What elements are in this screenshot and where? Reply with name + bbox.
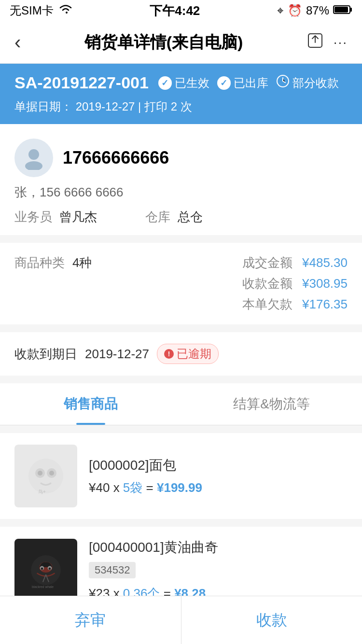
product-name-2: [000400001]黄油曲奇 [89, 538, 348, 557]
tab-sales-label: 销售商品 [64, 396, 118, 411]
product-name-1: [0000002]面包 [89, 456, 348, 475]
print-divider: | [138, 100, 144, 113]
list-item: 鸟+ [0000002]面包 ¥40 x 5袋 = ¥199.99 [0, 433, 362, 519]
svg-point-6 [25, 161, 42, 170]
date-label: 单据日期： [14, 100, 72, 113]
due-label: 收款到期日 [14, 346, 77, 363]
overdue-badge: ! 已逾期 [157, 344, 219, 364]
overdue-text: 已逾期 [177, 346, 211, 362]
price-eq-1: = [146, 480, 157, 495]
summary-right: 成交金额 ¥485.30 收款金额 ¥308.95 本单欠款 ¥176.35 [242, 254, 348, 313]
nav-bar: ‹ 销货单详情(来自电脑) ··· [0, 21, 362, 64]
warehouse-section: 仓库 总仓 [145, 209, 203, 225]
balance-value: ¥176.35 [302, 297, 348, 312]
summary-grid: 商品种类 4种 成交金额 ¥485.30 收款金额 ¥308.95 本单欠款 ¥… [14, 254, 348, 313]
tab-sales-products[interactable]: 销售商品 [0, 383, 181, 425]
status-time: 下午4:42 [150, 2, 200, 19]
order-header: SA-20191227-001 ✓ 已生效 ✓ 已出库 部分收款 [0, 64, 362, 124]
back-button[interactable]: ‹ [14, 31, 21, 53]
product-thumb-2: blackred whale [14, 539, 77, 602]
customer-row: 17666666666 [14, 139, 348, 177]
price-unit-1: ¥40 [89, 480, 110, 495]
type-count: 4种 [72, 254, 92, 271]
svg-point-11 [49, 471, 54, 476]
svg-point-7 [28, 459, 63, 493]
tabs-section: 销售商品 结算&物流等 [0, 383, 362, 425]
clock-icon [276, 74, 290, 91]
wifi-icon [58, 4, 73, 17]
carrier-text: 无SIM卡 [10, 3, 54, 18]
svg-point-19 [49, 567, 51, 570]
share-icon[interactable] [306, 32, 324, 53]
svg-rect-1 [350, 8, 352, 12]
summary-section: 商品种类 4种 成交金额 ¥485.30 收款金额 ¥308.95 本单欠款 ¥… [0, 243, 362, 324]
product-price-row-1: ¥40 x 5袋 = ¥199.99 [89, 479, 348, 496]
warehouse-value: 总仓 [178, 210, 203, 224]
product-sku-2: 534532 [89, 562, 136, 578]
type-label: 商品种类 [14, 254, 65, 271]
due-section: 收款到期日 2019-12-27 ! 已逾期 [0, 332, 362, 376]
due-date: 2019-12-27 [85, 347, 149, 362]
status-shipped-label: 已出库 [234, 75, 268, 91]
status-tags: ✓ 已生效 ✓ 已出库 部分收款 [158, 74, 339, 91]
payment-label: 收款 [256, 610, 287, 631]
order-date-row: 单据日期： 2019-12-27 | 打印 2 次 [14, 99, 348, 114]
nav-right: ··· [306, 32, 348, 53]
received-value: ¥308.95 [302, 276, 348, 291]
overdue-dot-icon: ! [164, 349, 174, 359]
customer-info-row: 业务员 曾凡杰 仓库 总仓 [14, 209, 348, 225]
print-info: 打印 2 次 [144, 100, 192, 113]
status-carrier: 无SIM卡 [10, 3, 73, 18]
discard-button[interactable]: 弃审 [0, 596, 181, 644]
order-id: SA-20191227-001 [14, 73, 149, 92]
summary-left: 商品种类 4种 [14, 254, 92, 271]
amount-value: ¥485.30 [302, 255, 348, 270]
status-effective-label: 已生效 [175, 75, 209, 91]
received-label: 收款金额 [242, 275, 292, 292]
price-total-1: ¥199.99 [157, 480, 202, 495]
customer-section: 17666666666 张，156 6666 6666 业务员 曾凡杰 仓库 总… [0, 124, 362, 235]
check-icon-1: ✓ [158, 76, 172, 90]
sales-label: 业务员 [14, 210, 52, 224]
status-effective: ✓ 已生效 [158, 75, 209, 91]
bottom-bar: 弃审 收款 [0, 596, 362, 644]
price-mult-1: x [113, 480, 123, 495]
sales-person-value: 曾凡杰 [59, 210, 97, 224]
alarm-icon: ⏰ [288, 4, 302, 17]
location-icon: ⌖ [277, 4, 284, 17]
status-bar: 无SIM卡 下午4:42 ⌖ ⏰ 87% [0, 0, 362, 21]
svg-point-10 [38, 471, 42, 476]
tab-settlement[interactable]: 结算&物流等 [181, 383, 362, 425]
sales-section: 业务员 曾凡杰 [14, 209, 97, 225]
price-qty-1: 5袋 [123, 480, 146, 495]
svg-rect-2 [334, 7, 348, 13]
svg-text:鸟+: 鸟+ [38, 489, 46, 494]
svg-point-5 [28, 149, 39, 160]
warehouse-label: 仓库 [145, 210, 170, 224]
balance-row: 本单欠款 ¥176.35 [242, 296, 348, 313]
more-icon[interactable]: ··· [334, 35, 348, 50]
order-date: 2019-12-27 [76, 100, 135, 113]
check-icon-2: ✓ [217, 76, 231, 90]
received-row: 收款金额 ¥308.95 [242, 275, 348, 292]
status-partial-payment: 部分收款 [276, 74, 339, 91]
tab-settlement-label: 结算&物流等 [233, 396, 310, 411]
status-shipped: ✓ 已出库 [217, 75, 268, 91]
amount-label: 成交金额 [242, 254, 292, 271]
nav-left: ‹ [14, 31, 21, 53]
svg-text:blackred whale: blackred whale [32, 585, 54, 588]
amount-row: 成交金额 ¥485.30 [242, 254, 348, 271]
customer-sub: 张，156 6666 6666 [14, 184, 348, 201]
status-partial-label: 部分收款 [292, 75, 339, 91]
product-info-2: [000400001]黄油曲奇 534532 ¥23 x 0.36个 = ¥8.… [89, 538, 348, 602]
balance-label: 本单欠款 [242, 296, 292, 313]
battery-text: 87% [306, 4, 329, 17]
customer-name: 17666666666 [63, 148, 169, 168]
avatar [14, 139, 53, 177]
status-right: ⌖ ⏰ 87% [277, 4, 352, 17]
product-thumb-1: 鸟+ [14, 445, 77, 507]
battery-icon [333, 4, 352, 17]
product-info-1: [0000002]面包 ¥40 x 5袋 = ¥199.99 [89, 456, 348, 496]
discard-label: 弃审 [75, 610, 106, 631]
payment-button[interactable]: 收款 [181, 596, 362, 644]
